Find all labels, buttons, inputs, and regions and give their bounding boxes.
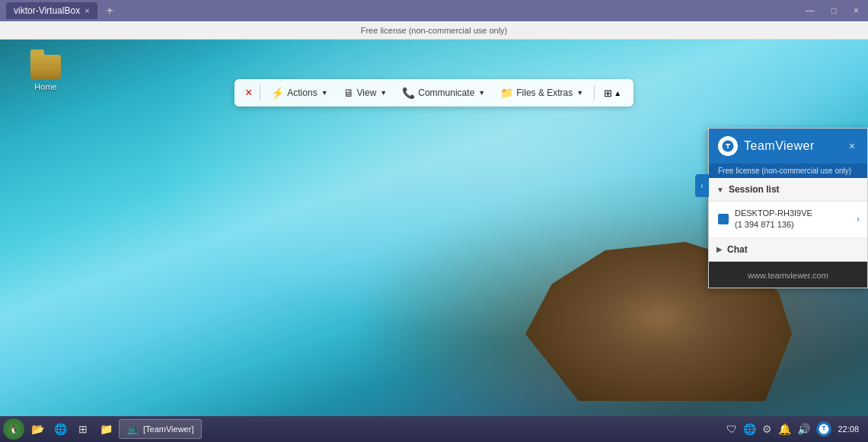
chat-label: Chat <box>727 244 748 255</box>
browser-tab[interactable]: viktor-VirtualBox × <box>6 2 97 19</box>
taskbar-app-label: [TeamViewer] <box>143 425 193 434</box>
files-chevron-icon: ▼ <box>576 89 583 97</box>
tv-title: TeamViewer <box>744 139 815 153</box>
desktop-toolbar: × ⚡ Actions ▼ 🖥 View ▼ 📞 Communicate ▼ 📁… <box>235 79 633 107</box>
license-text: Free license (non-commercial use only) <box>361 26 508 35</box>
new-tab-button[interactable]: + <box>104 4 116 17</box>
tab-label: viktor-VirtualBox <box>14 5 80 16</box>
session-status-dot <box>718 214 729 224</box>
window-controls: — □ × <box>803 4 862 17</box>
view-icon: 🖥 <box>343 87 354 99</box>
teamviewer-tray-icon: 📺 <box>127 424 139 434</box>
actions-chevron-icon: ▼ <box>321 89 328 97</box>
taskbar-folder-button[interactable]: 📁 <box>96 419 116 439</box>
license-bar: Free license (non-commercial use only) <box>0 21 868 40</box>
view-button[interactable]: 🖥 View ▼ <box>337 84 394 101</box>
home-icon-label: Home <box>34 82 56 91</box>
taskbar-browser-button[interactable]: 🌐 <box>50 419 70 439</box>
tv-header: TeamViewer × <box>709 129 867 164</box>
toolbar-close-button[interactable]: × <box>242 84 255 101</box>
files-extras-label: Files & Extras <box>516 87 573 98</box>
tray-settings-icon[interactable]: ⚙ <box>762 423 772 435</box>
tv-session-list-toggle[interactable]: ▼ Session list <box>709 178 867 202</box>
toolbar-collapse-button[interactable]: ⊞ ▲ <box>599 86 626 100</box>
view-chevron-icon: ▼ <box>380 89 387 97</box>
taskbar-tray: 🛡 🌐 ⚙ 🔔 🔊 T 22:08 <box>720 421 865 437</box>
close-window-button[interactable]: × <box>850 4 862 17</box>
toolbar-divider-2 <box>594 85 595 100</box>
folder-icon <box>30 55 61 79</box>
desktop: Home × ⚡ Actions ▼ 🖥 View ▼ 📞 Communicat… <box>0 40 868 416</box>
session-arrow-right-icon: › <box>857 214 860 224</box>
files-icon: 📁 <box>500 87 513 99</box>
session-list-label: Session list <box>729 184 780 195</box>
collapse-arrow-icon: ▲ <box>614 89 621 97</box>
svg-text:T: T <box>822 425 826 432</box>
taskbar-files-button[interactable]: 📂 <box>27 419 47 439</box>
tv-session-item[interactable]: DESKTOP-RH3I9VE (1 394 871 136) › <box>709 202 867 238</box>
tab-close-button[interactable]: × <box>85 6 89 15</box>
taskbar-terminal-button[interactable]: ⊞ <box>73 419 93 439</box>
chat-expand-icon: ▶ <box>716 245 723 253</box>
svg-text:🐧: 🐧 <box>9 425 19 434</box>
browser-chrome: viktor-VirtualBox × + — □ × <box>0 0 868 21</box>
tv-website-link[interactable]: www.teamviewer.com <box>748 271 828 280</box>
tv-footer: www.teamviewer.com <box>709 262 867 288</box>
communicate-chevron-icon: ▼ <box>478 89 485 97</box>
session-name: DESKTOP-RH3I9VE (1 394 871 136) <box>735 208 812 231</box>
tv-close-button[interactable]: × <box>846 138 858 154</box>
start-button[interactable]: 🐧 <box>3 418 24 440</box>
collapse-grid-icon: ⊞ <box>604 87 612 99</box>
actions-icon: ⚡ <box>271 87 284 99</box>
tv-subtitle: Free license (non-commercial use only) <box>709 164 867 178</box>
tray-shield-icon[interactable]: 🛡 <box>726 423 737 435</box>
communicate-button[interactable]: 📞 Communicate ▼ <box>396 84 491 101</box>
toolbar-divider-1 <box>260 85 260 100</box>
taskbar: 🐧 📂 🌐 ⊞ 📁 📺 [TeamViewer] 🛡 🌐 ⚙ 🔔 🔊 T 22:… <box>0 416 868 442</box>
taskbar-teamviewer-app[interactable]: 📺 [TeamViewer] <box>119 419 202 439</box>
tv-logo-icon <box>718 136 738 156</box>
teamviewer-tray-button[interactable]: T <box>816 421 831 437</box>
taskbar-time: 22:08 <box>838 425 859 434</box>
tv-logo-area: TeamViewer <box>718 136 815 156</box>
session-expand-icon: ▼ <box>716 186 724 194</box>
teamviewer-panel: ‹ TeamViewer × Free license (non-commerc… <box>708 128 868 288</box>
tray-network-icon[interactable]: 🌐 <box>743 423 756 435</box>
taskbar-quick-launch: 📂 🌐 ⊞ 📁 <box>27 419 116 439</box>
maximize-button[interactable]: □ <box>828 4 840 17</box>
minimize-button[interactable]: — <box>803 4 818 17</box>
communicate-label: Communicate <box>418 87 474 98</box>
communicate-icon: 📞 <box>402 87 415 99</box>
tv-collapse-sidebar-button[interactable]: ‹ <box>695 174 709 197</box>
home-icon[interactable]: Home <box>23 55 69 91</box>
files-extras-button[interactable]: 📁 Files & Extras ▼ <box>494 84 589 101</box>
tray-bell-icon[interactable]: 🔔 <box>778 423 791 435</box>
view-label: View <box>357 87 377 98</box>
actions-button[interactable]: ⚡ Actions ▼ <box>265 84 333 101</box>
tray-volume-icon[interactable]: 🔊 <box>797 423 810 435</box>
tv-chat-toggle[interactable]: ▶ Chat <box>709 238 867 262</box>
actions-label: Actions <box>287 87 317 98</box>
